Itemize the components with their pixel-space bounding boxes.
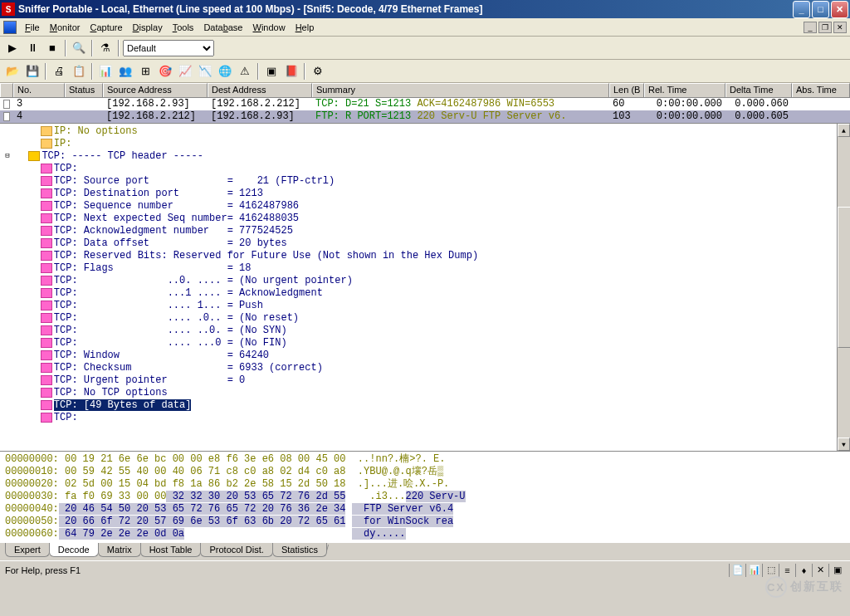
frame-grid[interactable]: 3[192.168.2.93][192.168.2.212]TCP: D=21 … bbox=[0, 98, 850, 123]
decode-line[interactable]: TCP: bbox=[2, 163, 848, 175]
decode-line[interactable]: TCP: .... ..0. = (No SYN) bbox=[2, 325, 848, 337]
col-summary[interactable]: Summary bbox=[312, 83, 609, 97]
decode-line[interactable]: TCP: Reserved Bits: Reserved for Future … bbox=[2, 250, 848, 262]
col-no[interactable]: No. bbox=[13, 83, 65, 97]
proto-icon bbox=[41, 350, 52, 360]
stop-icon[interactable]: ■ bbox=[43, 39, 61, 57]
proto-icon bbox=[41, 226, 52, 236]
menu-help[interactable]: Help bbox=[291, 21, 320, 34]
row-checkbox[interactable] bbox=[3, 100, 10, 109]
art-icon[interactable]: 🎯 bbox=[156, 62, 174, 81]
menu-window[interactable]: Window bbox=[248, 21, 291, 34]
hex-row[interactable]: 00000020: 02 5d 00 15 04 bd f8 1a 86 b2 … bbox=[5, 478, 845, 491]
minimize-button[interactable]: _ bbox=[793, 1, 810, 18]
tab-host-table[interactable]: Host Table bbox=[140, 543, 202, 557]
decode-line[interactable]: TCP: ..0. .... = (No urgent pointer) bbox=[2, 275, 848, 287]
decode-line[interactable]: TCP: .... ...0 = (No FIN) bbox=[2, 337, 848, 350]
close-button[interactable]: ✕ bbox=[831, 1, 848, 18]
tab-expert[interactable]: Expert bbox=[5, 543, 50, 557]
decode-line[interactable]: ⊟ TCP: ----- TCP header ----- bbox=[2, 150, 848, 163]
frame-row[interactable]: 3[192.168.2.93][192.168.2.212]TCP: D=21 … bbox=[0, 98, 850, 110]
capture-icon[interactable]: ▣ bbox=[262, 62, 281, 81]
menu-file[interactable]: File bbox=[20, 21, 45, 34]
proto-icon bbox=[41, 251, 52, 261]
decode-line[interactable]: TCP: Window = 64240 bbox=[2, 350, 848, 362]
define-filter-icon[interactable]: ⚗ bbox=[96, 39, 115, 57]
hex-row[interactable]: 00000000: 00 19 21 6e 6e bc 00 00 e8 f6 … bbox=[5, 453, 845, 466]
proto-icon bbox=[41, 375, 52, 385]
menu-tools[interactable]: Tools bbox=[168, 21, 199, 34]
decode-line[interactable]: TCP: .... 1... = Push bbox=[2, 300, 848, 312]
tab-matrix[interactable]: Matrix bbox=[98, 543, 141, 557]
tab-statistics[interactable]: Statistics bbox=[272, 543, 327, 557]
decode-line[interactable]: TCP: Urgent pointer = 0 bbox=[2, 374, 848, 387]
mdi-restore[interactable]: ❐ bbox=[818, 22, 832, 33]
menu-database[interactable]: Database bbox=[198, 21, 247, 34]
hosts-icon[interactable]: 👥 bbox=[116, 62, 134, 81]
play-icon[interactable]: ▶ bbox=[3, 39, 22, 57]
decode-panel[interactable]: IP: No options IP:⊟ TCP: ----- TCP heade… bbox=[0, 123, 850, 451]
scroll-up-icon[interactable]: ▲ bbox=[838, 124, 850, 137]
col-len[interactable]: Len (B bbox=[609, 83, 644, 97]
hex-row[interactable]: 00000050: 20 66 6f 72 20 57 69 6e 53 6f … bbox=[5, 516, 845, 528]
col-dst[interactable]: Dest Address bbox=[208, 83, 312, 97]
save-icon[interactable]: 💾 bbox=[23, 62, 42, 81]
profile-select[interactable]: Default bbox=[123, 40, 214, 56]
mdi-minimize[interactable]: _ bbox=[804, 22, 817, 33]
col-status[interactable]: Status bbox=[65, 83, 103, 97]
options-icon[interactable]: ⚙ bbox=[309, 62, 327, 81]
menu-monitor[interactable]: Monitor bbox=[45, 21, 85, 34]
tab-protocol-dist-[interactable]: Protocol Dist. bbox=[200, 543, 272, 557]
print-icon[interactable]: 🖨 bbox=[50, 62, 68, 81]
menu-capture[interactable]: Capture bbox=[85, 21, 127, 34]
hex-row[interactable]: 00000060: 64 79 2e 2e 2e 0d 0a dy..... bbox=[5, 528, 845, 540]
decode-line[interactable]: IP: No options bbox=[2, 125, 848, 138]
pause-icon[interactable]: ⏸ bbox=[23, 39, 42, 57]
col-delta[interactable]: Delta Time bbox=[725, 83, 792, 97]
open-icon[interactable]: 📂 bbox=[3, 62, 22, 81]
addrbook-icon[interactable]: 📕 bbox=[282, 62, 300, 81]
scroll-thumb[interactable] bbox=[838, 207, 850, 348]
decode-line[interactable]: TCP: Sequence number = 4162487986 bbox=[2, 200, 848, 213]
protocol-icon[interactable]: 📈 bbox=[176, 62, 194, 81]
row-checkbox[interactable] bbox=[3, 112, 10, 121]
decode-line[interactable]: TCP: .... .0.. = (No reset) bbox=[2, 312, 848, 325]
menu-display[interactable]: Display bbox=[128, 21, 168, 34]
mdi-close[interactable]: ✕ bbox=[833, 22, 847, 33]
matrix-icon[interactable]: ⊞ bbox=[136, 62, 154, 81]
hex-row[interactable]: 00000010: 00 59 42 55 40 00 40 06 71 c8 … bbox=[5, 466, 845, 478]
hex-row[interactable]: 00000040: 20 46 54 50 20 53 65 72 76 65 … bbox=[5, 503, 845, 516]
decode-line[interactable]: TCP: No TCP options bbox=[2, 387, 848, 399]
maximize-button[interactable]: □ bbox=[812, 1, 829, 18]
scroll-down-icon[interactable]: ▼ bbox=[838, 438, 850, 451]
decode-line[interactable]: TCP: Data offset = 20 bytes bbox=[2, 237, 848, 250]
col-src[interactable]: Source Address bbox=[103, 83, 208, 97]
alarm-icon[interactable]: ⚠ bbox=[236, 62, 254, 81]
binoculars-icon[interactable]: 🔍 bbox=[70, 39, 88, 57]
decode-line[interactable]: IP: bbox=[2, 138, 848, 150]
col-abs[interactable]: Abs. Time bbox=[792, 83, 850, 97]
tab-decode[interactable]: Decode bbox=[49, 543, 99, 557]
decode-line[interactable]: TCP: Source port = 21 (FTP-ctrl) bbox=[2, 175, 848, 188]
global-icon[interactable]: 🌐 bbox=[216, 62, 234, 81]
decode-line[interactable]: TCP: Destination port = 1213 bbox=[2, 188, 848, 200]
copy-icon[interactable]: 📋 bbox=[70, 62, 88, 81]
decode-line[interactable]: TCP: Checksum = 6933 (correct) bbox=[2, 362, 848, 374]
dashboard-icon[interactable]: 📊 bbox=[96, 62, 115, 81]
view-tabs: ExpertDecodeMatrixHost TableProtocol Dis… bbox=[0, 542, 850, 560]
decode-line[interactable]: TCP: bbox=[2, 412, 848, 424]
proto-icon bbox=[41, 288, 52, 298]
col-rel[interactable]: Rel. Time bbox=[644, 83, 725, 97]
decode-line[interactable]: TCP: ...1 .... = Acknowledgment bbox=[2, 287, 848, 300]
proto-icon bbox=[41, 213, 52, 223]
decode-line[interactable]: TCP: Flags = 18 bbox=[2, 262, 848, 275]
decode-line[interactable]: TCP: Next expected Seq number= 416248803… bbox=[2, 213, 848, 225]
statusbar: For Help, press F1 📄 📊 ⬚ ≡ ♦ ✕ ▣ bbox=[0, 560, 850, 579]
decode-scrollbar[interactable]: ▲ ▼ bbox=[837, 124, 850, 451]
decode-line[interactable]: TCP: Acknowledgment number = 777524525 bbox=[2, 225, 848, 237]
frame-row[interactable]: 4[192.168.2.212][192.168.2.93]FTP: R POR… bbox=[0, 110, 850, 123]
hex-row[interactable]: 00000030: fa f0 69 33 00 00 32 32 30 20 … bbox=[5, 491, 845, 503]
history-icon[interactable]: 📉 bbox=[196, 62, 214, 81]
hex-panel[interactable]: 00000000: 00 19 21 6e 6e bc 00 00 e8 f6 … bbox=[0, 451, 850, 542]
decode-line[interactable]: TCP: [49 Bytes of data] bbox=[2, 399, 848, 412]
